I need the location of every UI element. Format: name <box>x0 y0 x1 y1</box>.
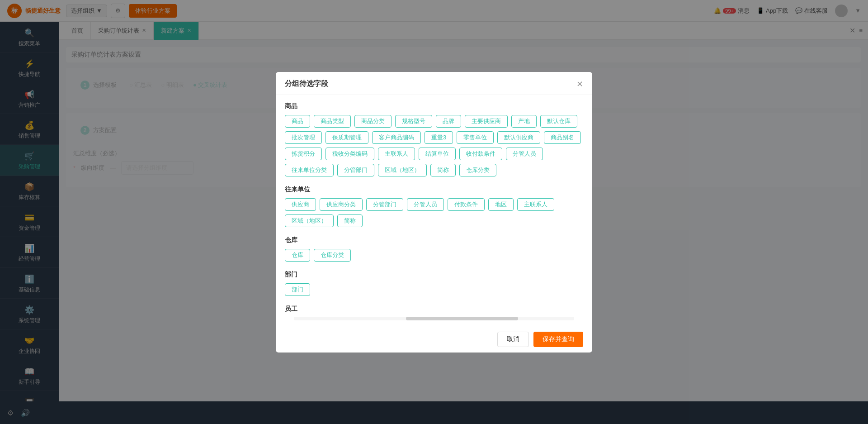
tag-goods-alias[interactable]: 商品别名 <box>544 131 581 144</box>
section-dept-title: 部门 <box>285 271 583 279</box>
modal-footer: 取消 保存并查询 <box>276 326 592 353</box>
tag-supervisor[interactable]: 分管人员 <box>506 148 543 160</box>
tag-weight[interactable]: 重量3 <box>425 131 453 144</box>
section-warehouse-tags: 仓库 仓库分类 <box>285 249 583 262</box>
tag-tax-code[interactable]: 税收分类编码 <box>326 148 374 160</box>
tag-origin[interactable]: 产地 <box>511 115 537 128</box>
tag-retail-unit[interactable]: 零售单位 <box>457 131 494 144</box>
section-goods-tags: 商品 商品类型 商品分类 规格型号 品牌 主要供应商 产地 默认仓库 批次管理 … <box>285 115 583 176</box>
section-employee-title: 员工 <box>285 305 583 313</box>
tag-short-name[interactable]: 简称 <box>430 164 456 176</box>
modal-close-button[interactable]: ✕ <box>576 79 583 89</box>
tag-main-contact-partner[interactable]: 主联系人 <box>517 198 554 211</box>
tag-settlement-unit[interactable]: 结算单位 <box>419 148 456 160</box>
tag-batch-mgmt[interactable]: 批次管理 <box>285 131 322 144</box>
tag-goods-category[interactable]: 商品分类 <box>354 115 392 128</box>
modal-hscroll-area <box>276 315 592 326</box>
section-partner: 往来单位 供应商 供应商分类 分管部门 分管人员 付款条件 地区 主联系人 区域… <box>285 186 583 227</box>
section-dept-tags: 部门 <box>285 283 583 296</box>
modal-hscroll-thumb <box>406 317 518 320</box>
tag-warehouse-category[interactable]: 仓库分类 <box>314 249 351 262</box>
tag-warehouse-cat[interactable]: 仓库分类 <box>459 164 496 176</box>
tag-region-goods[interactable]: 区域（地区） <box>378 164 427 176</box>
field-selection-modal: 分组待选字段 ✕ 商品 商品 商品类型 商品分类 规格型号 品牌 主要供应商 产… <box>276 72 592 353</box>
tag-customer-code[interactable]: 客户商品编码 <box>372 131 421 144</box>
tag-area[interactable]: 地区 <box>488 198 514 211</box>
modal-overlay: 分组待选字段 ✕ 商品 商品 商品类型 商品分类 规格型号 品牌 主要供应商 产… <box>0 0 868 424</box>
tag-goods[interactable]: 商品 <box>285 115 310 128</box>
tag-goods-type[interactable]: 商品类型 <box>314 115 351 128</box>
tag-supervisor-partner[interactable]: 分管人员 <box>407 198 444 211</box>
modal-title: 分组待选字段 <box>285 79 328 89</box>
modal-cancel-button[interactable]: 取消 <box>497 332 529 347</box>
tag-warehouse[interactable]: 仓库 <box>285 249 310 262</box>
tag-default-warehouse[interactable]: 默认仓库 <box>540 115 577 128</box>
modal-hscroll[interactable] <box>294 317 574 320</box>
section-warehouse: 仓库 仓库 仓库分类 <box>285 236 583 262</box>
modal-body: 商品 商品 商品类型 商品分类 规格型号 品牌 主要供应商 产地 默认仓库 批次… <box>276 95 592 315</box>
tag-shelf-life[interactable]: 保质期管理 <box>326 131 368 144</box>
modal-header: 分组待选字段 ✕ <box>276 72 592 95</box>
section-warehouse-title: 仓库 <box>285 236 583 244</box>
tag-short-name-partner[interactable]: 简称 <box>337 214 363 227</box>
tag-supplier-category[interactable]: 供应商分类 <box>320 198 363 211</box>
section-partner-title: 往来单位 <box>285 186 583 194</box>
section-dept: 部门 部门 <box>285 271 583 296</box>
section-goods: 商品 商品 商品类型 商品分类 规格型号 品牌 主要供应商 产地 默认仓库 批次… <box>285 102 583 176</box>
tag-dept-managed[interactable]: 分管部门 <box>337 164 374 176</box>
tag-main-contact[interactable]: 主联系人 <box>378 148 415 160</box>
section-goods-title: 商品 <box>285 102 583 110</box>
tag-brand[interactable]: 品牌 <box>436 115 461 128</box>
tag-pick-points[interactable]: 拣货积分 <box>285 148 322 160</box>
tag-default-supplier[interactable]: 默认供应商 <box>497 131 540 144</box>
section-employee: 员工 业务员 <box>285 305 583 315</box>
tag-payment-partner[interactable]: 付款条件 <box>448 198 485 211</box>
section-partner-tags: 供应商 供应商分类 分管部门 分管人员 付款条件 地区 主联系人 区域（地区） … <box>285 198 583 227</box>
tag-payment-terms[interactable]: 收付款条件 <box>459 148 502 160</box>
tag-dept[interactable]: 部门 <box>285 283 310 296</box>
modal-save-button[interactable]: 保存并查询 <box>533 332 583 347</box>
tag-dept-partner[interactable]: 分管部门 <box>366 198 403 211</box>
tag-region-partner[interactable]: 区域（地区） <box>285 214 334 227</box>
tag-partner-category[interactable]: 往来单位分类 <box>285 164 334 176</box>
tag-supplier[interactable]: 供应商 <box>285 198 316 211</box>
tag-main-supplier[interactable]: 主要供应商 <box>465 115 508 128</box>
tag-spec-model[interactable]: 规格型号 <box>395 115 432 128</box>
